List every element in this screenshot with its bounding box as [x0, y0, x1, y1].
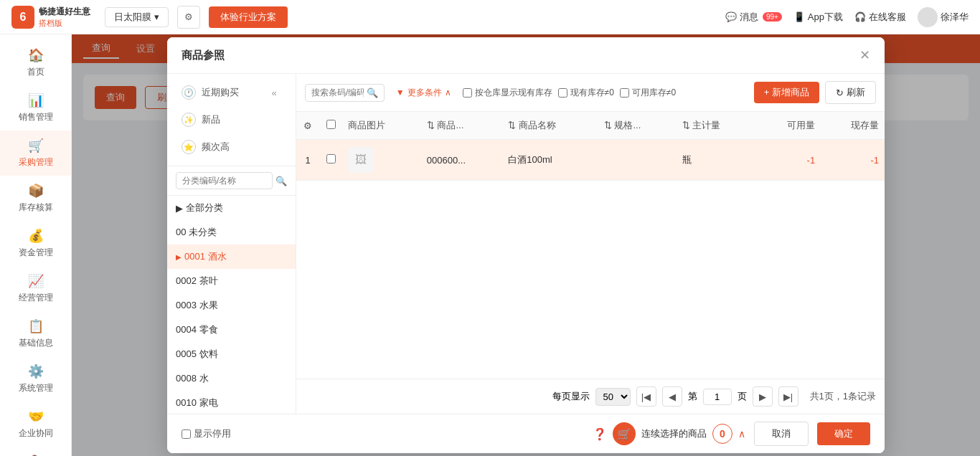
recent-icon: 🕐 [182, 85, 196, 100]
cat-item-0002[interactable]: 0002 茶叶 [167, 269, 296, 293]
img-placeholder-icon: 🖼 [355, 153, 367, 166]
home-icon: 🏠 [28, 47, 44, 63]
table-row[interactable]: 1 🖼 000600... 白酒100ml [296, 140, 885, 181]
industry-plan-button[interactable]: 体验行业方案 [209, 6, 288, 28]
service-button[interactable]: 🎧 在线客服 [854, 11, 906, 24]
filter-icon: ▼ [396, 87, 405, 98]
table-header-row: ⚙ 商品图片 ⇅ 商品... ⇅ 商品名称 [296, 112, 885, 140]
sidebar-item-purchase[interactable]: 🛒 采购管理 [0, 130, 71, 176]
page-number-input[interactable] [703, 389, 732, 405]
cart-collapse-icon[interactable]: ∧ [738, 428, 745, 440]
product-image: 🖼 [348, 147, 374, 173]
purchase-icon: 🛒 [28, 138, 44, 153]
sidebar-item-home[interactable]: 🏠 首页 [0, 40, 71, 85]
message-button[interactable]: 💬 消息 99+ [725, 11, 782, 24]
sidebar-item-system[interactable]: ⚙️ 系统管理 [0, 356, 71, 402]
recent-purchases-item[interactable]: 🕐 近期购买 « [176, 81, 287, 104]
cat-item-00[interactable]: 00 未分类 [167, 220, 296, 244]
cart-area: ❓ 🛒 连续选择的商品 0 ∧ [593, 422, 745, 445]
app-download-button[interactable]: 📱 App下载 [793, 11, 843, 24]
sidebar-item-finance[interactable]: 💰 资金管理 [0, 221, 71, 266]
col-img: 商品图片 [342, 112, 421, 140]
finance-icon: 💰 [28, 228, 44, 244]
refresh-button[interactable]: ↻ 刷新 [825, 81, 876, 104]
product-search-input[interactable] [311, 87, 364, 98]
cat-item-0008[interactable]: 0008 水 [167, 366, 296, 391]
col-unit[interactable]: ⇅ 主计量 [677, 112, 757, 140]
user-menu[interactable]: 徐泽华 [918, 7, 969, 27]
per-page-select[interactable]: 50 [595, 388, 631, 406]
category-search-input[interactable] [176, 172, 273, 189]
last-page-button[interactable]: ▶| [778, 386, 798, 407]
help-icon[interactable]: ❓ [593, 427, 607, 441]
product-search-box[interactable]: 🔍 [305, 84, 385, 102]
cat-item-all[interactable]: ▶ 全部分类 [167, 196, 296, 220]
cancel-button[interactable]: 取消 [754, 422, 809, 446]
prev-page-button[interactable]: ◀ [662, 386, 682, 407]
add-product-button[interactable]: + 新增商品 [754, 82, 819, 103]
category-search-icon[interactable]: 🔍 [275, 176, 287, 186]
disabled-checkbox-input[interactable] [182, 429, 191, 439]
avatar [918, 7, 938, 27]
col-code[interactable]: ⇅ 商品... [421, 112, 502, 140]
main-layout: 🏠 首页 📊 销售管理 🛒 采购管理 📦 库存核算 💰 资金管理 📈 经营管理 … [0, 34, 980, 456]
cart-icon[interactable]: 🛒 [613, 422, 636, 445]
branch-selector[interactable]: 日太阳膜 ▾ [105, 7, 169, 27]
row-img: 🖼 [342, 140, 421, 181]
more-filters-button[interactable]: ▼ 更多条件 ∧ [390, 84, 457, 102]
page-unit: 页 [738, 390, 747, 403]
sidebar-item-inventory[interactable]: 📦 库存核算 [0, 176, 71, 221]
cat-item-0010[interactable]: 0010 家电 [167, 391, 296, 414]
cat-item-0005[interactable]: 0005 饮料 [167, 342, 296, 366]
show-disabled-checkbox[interactable]: 显示停用 [182, 427, 231, 440]
cat-item-0001[interactable]: ▶ 0001 酒水 [167, 244, 296, 269]
stock-nonzero-checkbox[interactable]: 现有库存≠0 [558, 87, 614, 99]
settings-icon[interactable]: ⚙ [177, 6, 200, 29]
system-icon: ⚙️ [28, 364, 44, 379]
refresh-icon: ↻ [836, 87, 844, 98]
cat-item-0004[interactable]: 0004 零食 [167, 318, 296, 342]
product-table: ⚙ 商品图片 ⇅ 商品... ⇅ 商品名称 [296, 112, 885, 181]
confirm-button[interactable]: 确定 [817, 422, 870, 445]
available-nonzero-checkbox[interactable]: 可用库存≠0 [620, 87, 676, 99]
next-page-button[interactable]: ▶ [753, 386, 773, 407]
per-page-label: 每页显示 [552, 390, 590, 403]
frequent-icon: ⭐ [182, 140, 196, 154]
modal-body: 🕐 近期购买 « ✨ 新品 ⭐ 频次高 [167, 74, 885, 414]
sidebar-item-basics[interactable]: 📋 基础信息 [0, 311, 71, 356]
sidebar-item-collab[interactable]: 🤝 企业协同 [0, 402, 71, 447]
available-nonzero-input[interactable] [620, 88, 629, 98]
sidebar-item-sales[interactable]: 📊 销售管理 [0, 85, 71, 130]
quick-filters: 🕐 近期购买 « ✨ 新品 ⭐ 频次高 [167, 74, 296, 166]
modal-left-panel: 🕐 近期购买 « ✨ 新品 ⭐ 频次高 [167, 74, 296, 414]
col-stock[interactable]: 现存量 [821, 112, 885, 140]
new-products-item[interactable]: ✨ 新品 [176, 108, 287, 131]
logo: 6 畅捷通好生意 搭档版 [11, 6, 90, 29]
col-settings[interactable]: ⚙ [296, 112, 319, 140]
sidebar-item-guide[interactable]: 📚 新手引导 [0, 447, 71, 456]
row-checkbox-input[interactable] [326, 154, 336, 163]
col-name[interactable]: ⇅ 商品名称 [502, 112, 598, 140]
close-button[interactable]: ✕ [859, 47, 870, 63]
product-table-body: 1 🖼 000600... 白酒100ml [296, 140, 885, 181]
logo-icon: 6 [11, 6, 34, 29]
col-available[interactable]: 可用量 [757, 112, 821, 140]
cat-item-0003[interactable]: 0003 水果 [167, 293, 296, 318]
warehouse-filter-checkbox[interactable]: 按仓库显示现有库存 [463, 87, 552, 99]
cart-count-badge: 0 [712, 424, 732, 444]
modal-footer: 显示停用 ❓ 🛒 连续选择的商品 0 ∧ 取消 确定 [167, 414, 885, 453]
collapse-icon[interactable]: « [267, 85, 281, 100]
row-num: 1 [296, 140, 319, 181]
category-search-area: 🔍 [167, 166, 296, 196]
select-all-checkbox[interactable] [326, 120, 336, 129]
first-page-button[interactable]: |◀ [636, 386, 656, 407]
warehouse-checkbox-input[interactable] [463, 88, 472, 98]
modal-title: 商品参照 [182, 49, 225, 62]
stock-nonzero-input[interactable] [558, 88, 567, 98]
frequent-item[interactable]: ⭐ 频次高 [176, 136, 287, 158]
modal-overlay: 商品参照 ✕ 🕐 近期购买 « [72, 34, 980, 456]
sidebar-item-operations[interactable]: 📈 经营管理 [0, 266, 71, 311]
col-spec[interactable]: ⇅ 规格... [598, 112, 677, 140]
search-icon[interactable]: 🔍 [367, 87, 378, 98]
row-checkbox[interactable] [319, 140, 342, 181]
